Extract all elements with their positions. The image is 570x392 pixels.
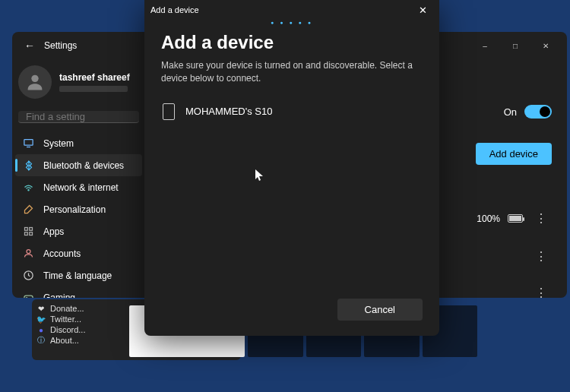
- nav-label: Bluetooth & devices: [43, 160, 124, 171]
- back-button[interactable]: ←: [24, 40, 35, 52]
- add-device-modal: Add a device ✕ ● ● ● ● ● Add a device Ma…: [144, 0, 439, 336]
- svg-point-0: [31, 75, 38, 82]
- device-name: MOHAMMED's S10: [185, 106, 272, 117]
- wifi-icon: [23, 182, 34, 193]
- twitter-icon: 🐦: [36, 315, 46, 324]
- nav-gaming[interactable]: Gaming: [15, 286, 142, 298]
- bluetooth-toggle-row: On: [504, 105, 552, 119]
- user-name: tashreef shareef: [59, 72, 130, 83]
- nav-label: System: [43, 138, 74, 149]
- nav-system[interactable]: System: [15, 132, 142, 154]
- heart-icon: ❤: [36, 304, 46, 313]
- device-row: ⋮: [530, 249, 552, 264]
- nav-label: Apps: [43, 226, 64, 237]
- device-more-button[interactable]: ⋮: [530, 211, 552, 226]
- svg-point-8: [27, 250, 30, 254]
- modal-titlebar-text: Add a device: [150, 5, 199, 14]
- nav-time-language[interactable]: Time & language: [15, 264, 142, 286]
- bluetooth-toggle[interactable]: [524, 105, 552, 119]
- modal-titlebar: Add a device ✕: [144, 0, 439, 20]
- settings-sidebar: tashreef shareef System Bluetooth & devi…: [12, 59, 145, 298]
- svg-rect-7: [30, 232, 33, 236]
- avatar: [18, 65, 52, 99]
- clock-icon: [23, 270, 34, 281]
- modal-subtitle: Make sure your device is turned on and d…: [161, 59, 423, 85]
- svg-rect-4: [25, 228, 28, 231]
- svg-rect-5: [30, 228, 33, 231]
- device-row: ⋮: [530, 286, 552, 298]
- cancel-button[interactable]: Cancel: [337, 299, 423, 321]
- apps-icon: [23, 226, 34, 237]
- system-icon: [23, 138, 34, 149]
- nav-label: Gaming: [43, 292, 75, 299]
- nav-list: System Bluetooth & devices Network & int…: [15, 132, 142, 298]
- discovered-device[interactable]: MOHAMMED's S10: [161, 99, 423, 125]
- nav-network[interactable]: Network & internet: [15, 176, 142, 198]
- add-device-button[interactable]: Add device: [476, 143, 552, 165]
- user-block[interactable]: tashreef shareef: [15, 59, 142, 111]
- battery-icon: [508, 214, 523, 223]
- device-status-row: 100% ⋮: [477, 211, 552, 226]
- modal-close-button[interactable]: ✕: [413, 5, 433, 16]
- account-icon: [23, 248, 34, 259]
- nav-bluetooth[interactable]: Bluetooth & devices: [15, 154, 142, 176]
- user-email-placeholder: [59, 86, 128, 92]
- discord-icon: ●: [36, 325, 46, 334]
- svg-rect-1: [24, 140, 33, 146]
- info-icon: ⓘ: [36, 336, 46, 345]
- toggle-label: On: [504, 106, 517, 118]
- svg-rect-6: [25, 232, 28, 236]
- svg-rect-10: [24, 296, 33, 298]
- nav-label: Personalization: [43, 204, 106, 215]
- svg-point-3: [28, 190, 29, 191]
- battery-percent: 100%: [477, 213, 500, 224]
- nav-label: Network & internet: [43, 182, 119, 193]
- close-button[interactable]: ✕: [530, 34, 561, 57]
- device-more-button[interactable]: ⋮: [530, 249, 552, 264]
- gamepad-icon: [23, 292, 34, 298]
- maximize-button[interactable]: □: [500, 34, 530, 57]
- bluetooth-icon: [23, 160, 34, 171]
- phone-icon: [163, 103, 175, 120]
- nav-label: Accounts: [43, 248, 81, 259]
- device-more-button[interactable]: ⋮: [530, 286, 552, 298]
- nav-accounts[interactable]: Accounts: [15, 242, 142, 264]
- nav-personalization[interactable]: Personalization: [15, 198, 142, 220]
- modal-heading: Add a device: [161, 32, 423, 53]
- brush-icon: [23, 204, 34, 215]
- search-input[interactable]: [26, 111, 131, 122]
- search-box[interactable]: [18, 111, 139, 123]
- settings-title: Settings: [44, 40, 77, 51]
- minimize-button[interactable]: –: [470, 34, 500, 57]
- nav-apps[interactable]: Apps: [15, 220, 142, 242]
- nav-label: Time & language: [43, 270, 112, 281]
